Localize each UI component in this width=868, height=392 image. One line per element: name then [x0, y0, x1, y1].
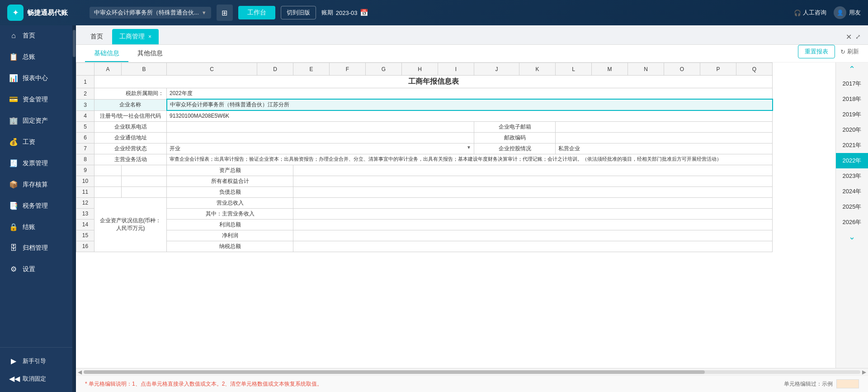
sidebar-item-newbie[interactable]: ▶ 新手引导	[0, 352, 76, 370]
sub-tab-basic[interactable]: 基础信息	[85, 46, 128, 62]
sidebar-item-salary[interactable]: 💰 工资	[0, 131, 76, 153]
user-info[interactable]: 👤 用友	[834, 6, 861, 19]
sidebar-item-settings[interactable]: ⚙ 设置	[0, 258, 76, 280]
cell-14-value[interactable]	[293, 219, 773, 230]
sidebar-label-home: 首页	[23, 32, 35, 40]
cell-11-value[interactable]	[293, 186, 773, 197]
tab-active[interactable]: 工商管理 ×	[112, 29, 159, 44]
sidebar-item-close[interactable]: 🔒 结账	[0, 216, 76, 238]
sidebar-item-invoice[interactable]: 🧾 发票管理	[0, 153, 76, 174]
service-button[interactable]: 🎧 人工咨询	[794, 9, 826, 17]
cell-3-label: 企业名称	[94, 99, 167, 110]
cell-7-holding[interactable]: 私营企业	[556, 143, 773, 154]
scroll-left-icon[interactable]: ◀	[78, 369, 82, 375]
year-item-2019[interactable]: 2019年	[836, 107, 868, 122]
cell-6-address[interactable]	[167, 132, 474, 143]
cell-7-status[interactable]: 开业 ▼	[167, 143, 474, 154]
footer-tip-text: 单元格编辑说明：1、点击单元格直接录入数值或文本。2、清空单元格数值或文本恢复系…	[89, 381, 322, 387]
cell-7-label: 企业经营状态	[94, 143, 167, 154]
company-icon-btn[interactable]: ⊞	[217, 5, 233, 21]
workbench-button[interactable]: 工作台	[238, 6, 275, 19]
cell-9-value[interactable]	[293, 165, 773, 176]
window-close-icon[interactable]: ✕	[846, 33, 852, 41]
sidebar-bottom: ▶ 新手引导 ◀◀ 取消固定	[0, 347, 76, 392]
logo-icon: ✦	[7, 5, 24, 21]
cell-8-value[interactable]: 审查企业会计报表；出具审计报告；验证企业资本；出具验资报告；办理企业合并、分立、…	[167, 154, 773, 165]
chevron-down-icon: ⌄	[849, 232, 855, 242]
col-header-m: M	[592, 63, 628, 76]
scroll-right-icon[interactable]: ▶	[862, 369, 866, 375]
sidebar-item-unpin[interactable]: ◀◀ 取消固定	[0, 370, 76, 387]
table-row: 8 主营业务活动 审查企业会计报表；出具审计报告；验证企业资本；出具验资报告；办…	[76, 154, 773, 165]
cell-4-value[interactable]: 91320100MA208E5W6K	[167, 110, 773, 121]
row-header-15: 15	[76, 230, 94, 241]
year-item-2017[interactable]: 2017年	[836, 76, 868, 91]
year-item-2023[interactable]: 2023年	[836, 168, 868, 184]
col-header-p: P	[700, 63, 736, 76]
table-row: 10 所有者权益合计	[76, 176, 773, 186]
sub-tab-other[interactable]: 其他信息	[128, 46, 172, 62]
cell-12-value[interactable]	[293, 197, 773, 208]
row-header-12: 12	[76, 197, 94, 208]
unpin-icon: ◀◀	[9, 374, 18, 383]
sidebar-item-ledger[interactable]: 📋 总账	[0, 46, 76, 67]
company-selector[interactable]: 中审众环会计师事务所（特殊普通合伙... ▼	[90, 7, 211, 19]
cell-6-postal[interactable]	[556, 132, 773, 143]
calendar-icon[interactable]: 📅	[360, 9, 368, 17]
cell-10-value[interactable]	[293, 176, 773, 186]
cell-9-a	[94, 165, 122, 176]
sidebar-label-assets: 固定资产	[23, 117, 48, 125]
sidebar-item-home[interactable]: ⌂ 首页	[0, 25, 76, 46]
cell-5-phone[interactable]	[167, 121, 474, 132]
year-nav-up[interactable]: ⌃	[836, 62, 868, 76]
cell-2-value[interactable]: 2022年度	[167, 88, 773, 100]
row-header-9: 9	[76, 165, 94, 176]
sidebar-item-tax[interactable]: 📑 税务管理	[0, 195, 76, 216]
year-nav-down[interactable]: ⌄	[836, 230, 868, 244]
bottom-scrollbar[interactable]: ◀ ▶	[76, 368, 868, 375]
cell-5-email[interactable]	[556, 121, 773, 132]
year-item-2026[interactable]: 2026年	[836, 215, 868, 230]
table-row: 1 工商年报信息表	[76, 76, 773, 88]
cell-13-value[interactable]	[293, 208, 773, 219]
cell-16-value[interactable]	[293, 241, 773, 252]
h-scroll-track[interactable]	[84, 370, 860, 374]
cell-3-value[interactable]: 中审众环会计师事务所（特殊普通合伙）江苏分所	[167, 99, 773, 110]
window-expand-icon[interactable]: ⤢	[855, 33, 861, 40]
col-header-row: A B C D E F G H I J K L	[76, 63, 773, 76]
year-panel: ⌃ 2017年 2018年 2019年 2020年 2021年 2022年 20…	[835, 62, 868, 368]
year-item-2021[interactable]: 2021年	[836, 138, 868, 153]
year-item-2022[interactable]: 2022年	[836, 153, 868, 168]
sidebar-item-assets[interactable]: 🏢 固定资产	[0, 110, 76, 131]
report-icon: 📊	[9, 74, 18, 82]
spreadsheet-wrapper[interactable]: A B C D E F G H I J K L	[76, 62, 835, 368]
year-item-2020[interactable]: 2020年	[836, 122, 868, 138]
sidebar-item-finance[interactable]: 💳 资金管理	[0, 89, 76, 110]
cell-11-b	[122, 186, 167, 197]
reset-button[interactable]: 重置报表	[798, 45, 835, 58]
col-header-h: H	[402, 63, 438, 76]
year-item-2025[interactable]: 2025年	[836, 199, 868, 215]
sidebar-scroll: ⌂ 首页 📋 总账 📊 报表中心 💳 资金管理 🏢 固定资产 💰 工资	[0, 25, 76, 347]
year-item-2024[interactable]: 2024年	[836, 184, 868, 199]
old-version-button[interactable]: 切到旧版	[281, 6, 316, 19]
cell-title[interactable]: 工商年报信息表	[94, 76, 773, 88]
tab-close-icon[interactable]: ×	[148, 33, 151, 40]
sidebar-label-unpin: 取消固定	[23, 375, 46, 383]
cell-15-value[interactable]	[293, 230, 773, 241]
cell-6-label: 企业通信地址	[94, 132, 167, 143]
company-name: 中审众环会计师事务所（特殊普通合伙...	[94, 9, 199, 17]
cell-10-a	[94, 176, 122, 186]
cell-8-label: 主营业务活动	[94, 154, 167, 165]
year-item-2018[interactable]: 2018年	[836, 91, 868, 107]
sidebar-item-inventory[interactable]: 📦 库存核算	[0, 174, 76, 195]
sidebar-label-close: 结账	[23, 223, 35, 231]
sidebar-item-archive[interactable]: 🗄 归档管理	[0, 238, 76, 258]
sidebar-item-report[interactable]: 📊 报表中心	[0, 67, 76, 89]
tab-home[interactable]: 首页	[83, 29, 110, 44]
refresh-button[interactable]: ↻ 刷新	[840, 48, 859, 56]
table-row: 16 纳税总额	[76, 241, 773, 252]
period-label: 账期	[321, 9, 333, 17]
row-header-3: 3	[76, 99, 94, 110]
sidebar-label-salary: 工资	[23, 138, 35, 146]
